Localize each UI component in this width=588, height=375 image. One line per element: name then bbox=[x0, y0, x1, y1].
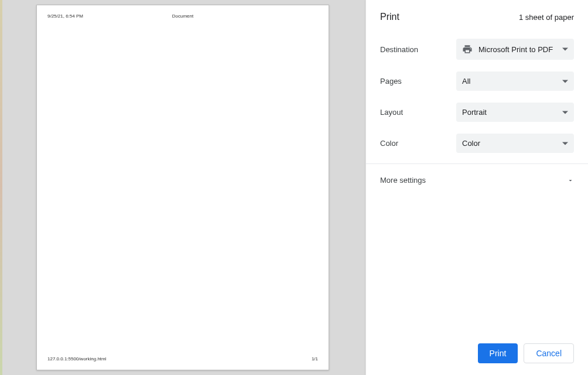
setting-row-color: Color Color bbox=[366, 128, 588, 159]
cancel-button[interactable]: Cancel bbox=[524, 343, 574, 363]
page-preview[interactable]: 9/25/21, 6:54 PM Document 127.0.0.1:5500… bbox=[36, 5, 329, 370]
setting-row-pages: Pages All bbox=[366, 66, 588, 97]
button-bar: Print Cancel bbox=[366, 334, 588, 375]
settings-title: Print bbox=[380, 12, 399, 22]
chevron-down-icon bbox=[562, 110, 568, 115]
print-button[interactable]: Print bbox=[478, 343, 518, 363]
window-edge-accent bbox=[0, 0, 2, 375]
printer-icon bbox=[462, 44, 473, 54]
settings-header: Print 1 sheet of paper bbox=[366, 0, 588, 33]
more-settings-toggle[interactable]: More settings bbox=[366, 164, 588, 196]
color-select[interactable]: Color bbox=[456, 134, 574, 153]
chevron-down-icon bbox=[562, 141, 568, 146]
destination-select[interactable]: Microsoft Print to PDF bbox=[456, 39, 574, 60]
print-settings-pane: Print 1 sheet of paper Destination Micro… bbox=[365, 0, 588, 375]
page-header-title: Document bbox=[172, 13, 193, 19]
layout-select[interactable]: Portrait bbox=[456, 103, 574, 122]
pages-label: Pages bbox=[380, 77, 456, 86]
chevron-down-icon bbox=[562, 79, 568, 84]
page-header-datetime: 9/25/21, 6:54 PM bbox=[47, 13, 83, 19]
layout-label: Layout bbox=[380, 108, 456, 117]
layout-value: Portrait bbox=[462, 108, 487, 117]
page-footer-url: 127.0.0.1:5500/working.html bbox=[47, 356, 107, 362]
print-preview-pane: 9/25/21, 6:54 PM Document 127.0.0.1:5500… bbox=[0, 0, 365, 375]
destination-label: Destination bbox=[380, 45, 456, 54]
page-body bbox=[47, 19, 318, 356]
sheet-count: 1 sheet of paper bbox=[519, 13, 574, 22]
color-label: Color bbox=[380, 139, 456, 148]
setting-row-layout: Layout Portrait bbox=[366, 97, 588, 128]
page-footer: 127.0.0.1:5500/working.html 1/1 bbox=[47, 356, 318, 362]
settings-body: Destination Microsoft Print to PDF Pages… bbox=[366, 33, 588, 334]
pages-value: All bbox=[462, 77, 470, 86]
setting-row-destination: Destination Microsoft Print to PDF bbox=[366, 33, 588, 66]
more-settings-label: More settings bbox=[380, 176, 426, 185]
pages-select[interactable]: All bbox=[456, 71, 574, 91]
chevron-down-icon bbox=[562, 46, 568, 52]
page-header: 9/25/21, 6:54 PM Document bbox=[47, 13, 318, 19]
page-footer-pagenum: 1/1 bbox=[312, 356, 318, 362]
destination-value: Microsoft Print to PDF bbox=[478, 45, 553, 54]
chevron-down-icon bbox=[567, 177, 574, 184]
color-value: Color bbox=[462, 139, 480, 148]
